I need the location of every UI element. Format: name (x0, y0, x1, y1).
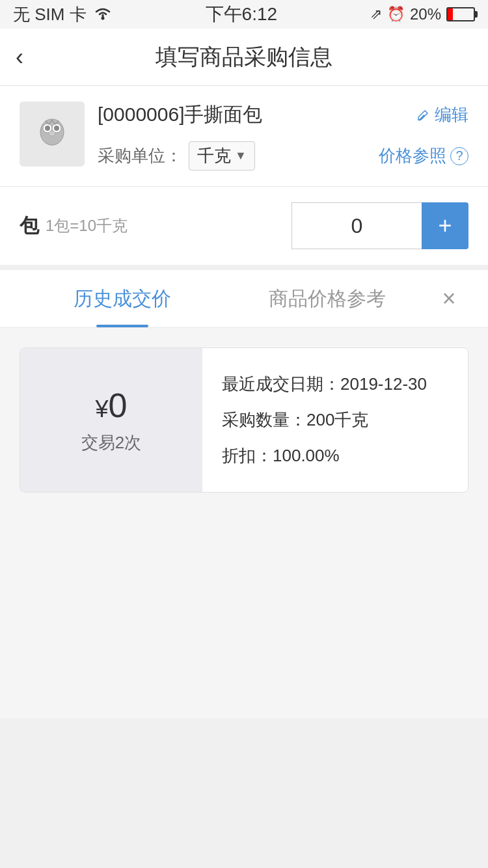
page-title: 填写商品采购信息 (156, 42, 332, 72)
price-detail-right: 最近成交日期：2019-12-30 采购数量：200千克 折扣：100.00% (202, 348, 468, 492)
status-bar: 无 SIM 卡 下午6:12 ⇗ ⏰ 20% (0, 0, 488, 29)
unit-value: 千克 (197, 144, 231, 167)
tab-active-indicator (96, 325, 148, 327)
status-right: ⇗ ⏰ 20% (370, 5, 475, 23)
carrier-text: 无 SIM 卡 (13, 3, 87, 26)
status-time: 下午6:12 (206, 2, 278, 27)
quantity-control: + (291, 202, 468, 249)
svg-point-4 (45, 126, 50, 131)
price-ref-label: 价格参照 (379, 144, 446, 167)
battery-icon (446, 7, 475, 21)
svg-point-0 (101, 16, 104, 20)
quantity-section: 包 1包=10千克 + (0, 187, 488, 270)
chevron-down-icon: ▼ (235, 149, 247, 163)
unit-info: 包 1包=10千克 (20, 213, 128, 239)
plus-icon: + (438, 212, 452, 239)
transaction-count: 交易2次 (81, 431, 141, 454)
unit-select-dropdown[interactable]: 千克 ▼ (189, 141, 255, 170)
discount-label: 折扣： (222, 446, 273, 465)
quantity-plus-button[interactable]: + (422, 202, 468, 249)
quantity-input[interactable] (291, 202, 422, 249)
discount-value: 100.00% (273, 446, 340, 465)
tab-history-price[interactable]: 历史成交价 (20, 270, 224, 327)
price-value: 0 (109, 387, 128, 424)
close-icon: × (442, 285, 455, 312)
edit-button[interactable]: 编辑 (416, 103, 468, 126)
tab-bar: 历史成交价 商品价格参考 × (0, 270, 488, 328)
back-button[interactable]: ‹ (16, 44, 23, 71)
product-card: [0000006]手撕面包 编辑 采购单位： 千克 ▼ (0, 86, 488, 187)
product-name: [0000006]手撕面包 (98, 102, 262, 128)
price-currency-symbol: ¥ (96, 396, 109, 422)
product-logo-icon (33, 111, 72, 157)
tab-price-ref[interactable]: 商品价格参考 (224, 270, 429, 327)
history-section: ¥0 交易2次 最近成交日期：2019-12-30 采购数量：200千克 折扣：… (0, 328, 488, 718)
product-info: [0000006]手撕面包 编辑 采购单位： 千克 ▼ (98, 102, 468, 170)
purchase-qty-row: 采购数量：200千克 (222, 407, 448, 433)
unit-box-label: 包 (20, 213, 39, 239)
purchase-qty-value: 200千克 (306, 410, 368, 429)
svg-point-5 (54, 126, 59, 131)
product-thumbnail (20, 102, 85, 167)
status-left: 无 SIM 卡 (13, 3, 113, 26)
battery-percent: 20% (410, 5, 441, 23)
nav-bar: ‹ 填写商品采购信息 (0, 29, 488, 86)
unit-conversion: 1包=10千克 (46, 215, 128, 236)
recent-date-label: 最近成交日期： (222, 374, 340, 394)
location-icon: ⇗ (370, 6, 382, 23)
tab-history-label: 历史成交价 (74, 286, 171, 312)
discount-row: 折扣：100.00% (222, 443, 448, 468)
unit-label: 采购单位： (98, 144, 182, 167)
price-summary-left: ¥0 交易2次 (20, 348, 202, 492)
svg-point-6 (49, 131, 55, 136)
recent-date-value: 2019-12-30 (340, 374, 427, 394)
tab-ref-label: 商品价格参考 (269, 286, 386, 312)
help-icon: ? (450, 147, 468, 165)
price-reference-button[interactable]: 价格参照 ? (379, 144, 468, 167)
wifi-icon (93, 5, 113, 25)
close-panel-button[interactable]: × (429, 279, 468, 318)
alarm-icon: ⏰ (387, 6, 405, 23)
history-card: ¥0 交易2次 最近成交日期：2019-12-30 采购数量：200千克 折扣：… (20, 347, 468, 493)
recent-date-row: 最近成交日期：2019-12-30 (222, 372, 448, 397)
price-amount: ¥0 (96, 386, 128, 425)
edit-label: 编辑 (435, 103, 468, 126)
purchase-qty-label: 采购数量： (222, 410, 306, 429)
